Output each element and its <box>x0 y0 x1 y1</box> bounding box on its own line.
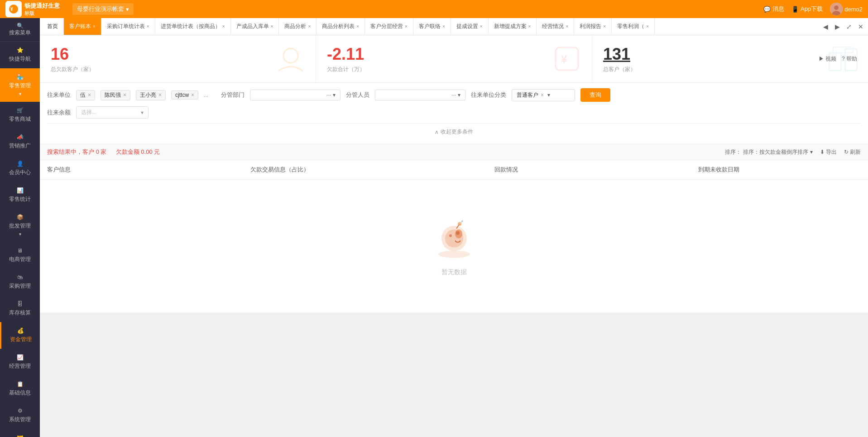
query-button[interactable]: 查询 <box>580 88 610 102</box>
remove-wang[interactable]: × <box>158 92 162 98</box>
inventory-label: 库存核算 <box>9 309 31 317</box>
tab-purchase-order[interactable]: 采购订单统计表 × <box>101 18 155 35</box>
close-customer-ledger[interactable]: × <box>93 24 96 29</box>
remove-unit-type[interactable]: × <box>541 92 544 98</box>
svg-point-3 <box>834 5 839 10</box>
balance-chevron: ▾ <box>141 109 144 116</box>
store-name: 母婴行业演示帐套 <box>77 5 124 13</box>
sidebar-item-finance[interactable]: 💰 资金管理 <box>0 322 40 349</box>
more-tags-btn[interactable]: ... <box>204 92 208 98</box>
remove-cjttcw[interactable]: × <box>191 92 194 98</box>
table-header: 客户信息 欠款交易信息（占比） 回款情况 到期未收款日期 <box>40 160 868 180</box>
manager-select[interactable]: ··· ▾ <box>375 90 465 100</box>
sidebar-item-purchase[interactable]: 🛍 采购管理 <box>0 269 40 295</box>
collapse-label: 收起更多条件 <box>441 128 473 136</box>
tab-inbound-stats[interactable]: 进货单统计表（按商品） × <box>155 18 231 35</box>
tab-operation-status-label: 经营情况 <box>542 23 564 30</box>
close-customer-segment[interactable]: × <box>405 24 408 29</box>
refresh-btn[interactable]: ↻ 刷新 <box>844 148 861 156</box>
sidebar-item-basic[interactable]: 📋 基础信息 <box>0 375 40 402</box>
remove-chen[interactable]: × <box>123 92 126 98</box>
tab-retail-profit[interactable]: 零售利润（ × <box>612 18 655 35</box>
video-icon: ▶ <box>819 56 824 62</box>
sidebar-item-retail[interactable]: 🏪 零售管理 ▾ <box>0 68 40 102</box>
stats-row: 16 总欠款客户（家） ¥ -2.11 欠 <box>40 35 868 83</box>
tab-product-inbound[interactable]: 产成品入库单 × <box>231 18 279 35</box>
balance-input[interactable]: 选择... ▾ <box>76 106 149 119</box>
close-promotion-settings[interactable]: × <box>480 24 483 29</box>
tab-expand[interactable]: ⤢ <box>844 21 854 32</box>
messages-label: 消息 <box>772 5 784 13</box>
tab-customer-contact[interactable]: 客户联络 × <box>413 18 451 35</box>
sort-chevron: ▾ <box>810 149 813 155</box>
close-customer-contact[interactable]: × <box>442 24 445 29</box>
tab-add-promotion-plan[interactable]: 新增提成方案 × <box>489 18 537 35</box>
close-inbound-stats[interactable]: × <box>222 24 225 29</box>
sidebar-item-marketing[interactable]: 📣 营销推广 <box>0 128 40 155</box>
sidebar-item-operation[interactable]: 📈 经营管理 <box>0 349 40 375</box>
unit-type-select[interactable]: 普通客户 × ▾ <box>512 89 575 101</box>
sidebar-item-system[interactable]: ⚙ 系统管理 <box>0 402 40 429</box>
sidebar-item-member[interactable]: 👤 会员中心 <box>0 155 40 182</box>
close-profit-report[interactable]: × <box>603 24 606 29</box>
collapse-area: ∧ 收起更多条件 <box>47 123 861 138</box>
tab-promotion-settings[interactable]: 提成设置 × <box>451 18 489 35</box>
tab-close-all[interactable]: ✕ <box>855 21 866 32</box>
user-area[interactable]: demo2 <box>830 3 863 15</box>
tab-product-analysis-list[interactable]: 商品分析列表 × <box>317 18 365 35</box>
phone-icon: 📱 <box>791 6 799 13</box>
quick-nav-label: 快捷导航 <box>9 55 31 63</box>
system-icon: ⚙ <box>18 408 23 414</box>
sidebar-item-retail-mall[interactable]: 🛒 零售商城 <box>0 102 40 128</box>
marketing-label: 营销推广 <box>9 142 31 150</box>
tab-scroll-left[interactable]: ◀ <box>820 21 831 32</box>
tab-customer-segment[interactable]: 客户分层经营 × <box>365 18 413 35</box>
store-selector[interactable]: 母婴行业演示帐套 ▾ <box>72 3 134 15</box>
debt-bg-icon: ¥ <box>551 43 583 75</box>
top-bar: ¥ 畅捷通好生意 标版 母婴行业演示帐套 ▾ 💬 消息 📱 App下载 <box>0 0 868 18</box>
tab-scroll-right[interactable]: ▶ <box>832 21 843 32</box>
close-add-promotion-plan[interactable]: × <box>528 24 531 29</box>
remove-wu[interactable]: × <box>88 92 91 98</box>
sidebar-item-ecommerce[interactable]: 🖥 电商管理 <box>0 242 40 269</box>
messages-btn[interactable]: 💬 消息 <box>763 5 784 13</box>
collapse-btn[interactable]: ∧ 收起更多条件 <box>432 125 476 138</box>
tab-product-analysis[interactable]: 商品分析 × <box>279 18 317 35</box>
tab-product-analysis-label: 商品分析 <box>284 23 306 30</box>
tab-customer-ledger[interactable]: 客户账本 × <box>64 18 101 35</box>
tab-home[interactable]: 首页 <box>42 18 64 35</box>
sidebar-item-retail-stat[interactable]: 📊 零售统计 <box>0 182 40 209</box>
logo-area: ¥ 畅捷通好生意 标版 <box>5 1 69 17</box>
sidebar-search[interactable]: 🔍 搜索菜单 <box>0 18 40 42</box>
amount-value: 0.00 <box>141 148 152 155</box>
filter-tag-wu: 伍 × <box>76 90 95 100</box>
stat-card-debt: ¥ -2.11 欠款合计（万） <box>316 35 592 82</box>
total-bg-icon <box>827 43 859 75</box>
app-download-btn[interactable]: 📱 App下载 <box>791 5 823 13</box>
tab-customer-segment-label: 客户分层经营 <box>370 23 403 30</box>
sidebar-item-wholesale[interactable]: 📦 批发管理 ▾ <box>0 209 40 242</box>
close-purchase-order[interactable]: × <box>147 24 149 29</box>
close-product-inbound[interactable]: × <box>271 24 273 29</box>
app-download-label: App下载 <box>801 5 823 13</box>
close-retail-profit[interactable]: × <box>646 24 649 29</box>
close-product-analysis-list[interactable]: × <box>356 24 359 29</box>
tag-wang-text: 王小亮 <box>140 91 156 99</box>
sidebar-item-quick-nav[interactable]: ⭐ 快捷导航 <box>0 42 40 68</box>
sidebar-item-cooperation[interactable]: 🤝 企业协同 <box>0 429 40 437</box>
sidebar-item-inventory[interactable]: 🗄 库存核算 <box>0 295 40 322</box>
refresh-icon: ↻ <box>844 149 849 155</box>
refresh-label: 刷新 <box>850 148 861 156</box>
export-btn[interactable]: ⬇ 导出 <box>820 148 837 156</box>
close-product-analysis[interactable]: × <box>308 24 311 29</box>
dept-select[interactable]: ··· ▾ <box>250 90 340 100</box>
tab-operation-status[interactable]: 经营情况 × <box>537 18 574 35</box>
ecommerce-icon: 🖥 <box>17 247 23 254</box>
sort-label: 排序： <box>725 148 741 156</box>
sort-select[interactable]: 排序： 排序：按欠款金额倒序排序 ▾ <box>725 148 813 156</box>
balance-placeholder: 选择... <box>81 109 96 116</box>
customer-bg-icon <box>275 43 307 75</box>
close-operation-status[interactable]: × <box>566 24 568 29</box>
tab-profit-report[interactable]: 利润报告 × <box>574 18 612 35</box>
cooperation-icon: 🤝 <box>17 434 24 437</box>
